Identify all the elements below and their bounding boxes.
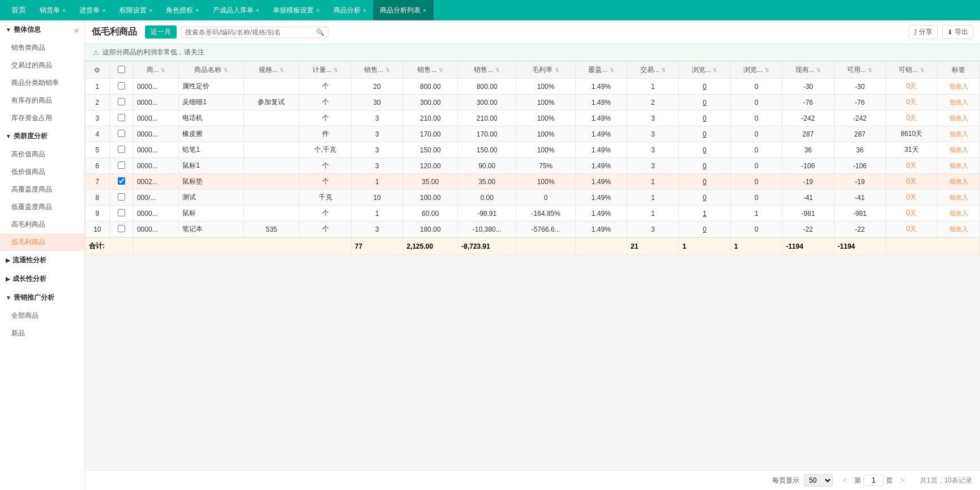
col-view1[interactable]: 浏览... ⇅ — [679, 62, 730, 79]
row-select-checkbox[interactable] — [118, 209, 125, 216]
view1-link[interactable]: 0 — [703, 146, 707, 154]
sidebar-group-flow-title[interactable]: ▶ 流通性分析 — [0, 251, 84, 270]
col-tag[interactable]: 标签 — [938, 62, 980, 79]
sidebar-item-high-coverage[interactable]: 高覆盖度商品 — [0, 181, 84, 198]
sidebar-item-category-rate[interactable]: 商品分类助销率 — [0, 74, 84, 92]
row-checkbox[interactable] — [109, 110, 133, 126]
col-unit[interactable]: 计量... ⇅ — [299, 62, 351, 79]
row-checkbox[interactable] — [109, 95, 133, 110]
nav-close-template[interactable]: × — [316, 7, 319, 14]
nav-template[interactable]: 单据模板设置× — [266, 0, 326, 20]
select-all-checkbox[interactable] — [118, 66, 125, 73]
page-size-select[interactable]: 50 100 — [804, 474, 833, 487]
sidebar-item-sale-goods[interactable]: 销售类商品 — [0, 39, 84, 57]
row-view1[interactable]: 0 — [679, 79, 730, 95]
view1-link[interactable]: 0 — [703, 162, 707, 170]
col-available-stock[interactable]: 可用... ⇅ — [834, 62, 885, 79]
nav-sale[interactable]: 销货单× — [33, 0, 72, 20]
nav-close-product-in[interactable]: × — [256, 7, 259, 14]
view1-link[interactable]: 0 — [703, 83, 707, 91]
search-icon[interactable]: 🔍 — [316, 28, 324, 36]
sidebar-group-cluster-title[interactable]: ▼ 类群度分析 — [0, 127, 84, 146]
view1-link[interactable]: 0 — [703, 178, 707, 186]
nav-close-purchase[interactable]: × — [102, 7, 105, 14]
sidebar-item-stocked-goods[interactable]: 有库存的商品 — [0, 92, 84, 109]
col-coverage[interactable]: 覆盖... ⇅ — [575, 62, 627, 79]
row-select-checkbox[interactable] — [118, 193, 125, 201]
row-select-checkbox[interactable] — [118, 225, 125, 232]
sidebar-item-traded-goods[interactable]: 交易过的商品 — [0, 57, 84, 74]
row-checkbox[interactable] — [109, 190, 133, 206]
row-view1[interactable]: 0 — [679, 221, 730, 238]
col-code[interactable]: 商... ⇅ — [133, 62, 179, 79]
col-profit-rate[interactable]: 毛利率 ⇅ — [516, 62, 575, 79]
sidebar-group-overall-title[interactable]: ▼ 整体信息 « — [0, 20, 84, 39]
row-checkbox[interactable] — [109, 206, 133, 221]
sidebar-group-marketing-title[interactable]: ▼ 营销推广分析 — [0, 288, 84, 307]
col-sale-profit[interactable]: 销售... ⇅ — [458, 62, 516, 79]
prev-page-button[interactable]: ＜ — [837, 474, 852, 487]
search-input[interactable] — [185, 28, 316, 36]
nav-permission[interactable]: 权限设置× — [113, 0, 159, 20]
sidebar-group-growth-title[interactable]: ▶ 成长性分析 — [0, 270, 84, 288]
nav-close-sale[interactable]: × — [62, 7, 66, 14]
nav-goods-analysis[interactable]: 商品分析× — [327, 0, 373, 20]
row-checkbox[interactable] — [109, 126, 133, 142]
nav-product-in[interactable]: 产成品入库单× — [206, 0, 266, 20]
sidebar-item-high-profit[interactable]: 高毛利商品 — [0, 216, 84, 233]
row-select-checkbox[interactable] — [118, 177, 125, 185]
sidebar-collapse-icon[interactable]: « — [74, 25, 79, 35]
row-checkbox[interactable] — [109, 79, 133, 95]
sidebar-item-low-coverage[interactable]: 低覆盖度商品 — [0, 198, 84, 216]
row-select-checkbox[interactable] — [118, 98, 125, 105]
col-saleable-days[interactable]: 可销... ⇅ — [885, 62, 937, 79]
row-view1[interactable]: 0 — [679, 190, 730, 206]
col-checkbox[interactable] — [109, 62, 133, 79]
row-select-checkbox[interactable] — [118, 82, 125, 90]
row-view1[interactable]: 1 — [679, 206, 730, 221]
nav-home[interactable]: 首页 — [5, 0, 33, 20]
col-name[interactable]: 商品名称 ⇅ — [179, 62, 243, 79]
row-select-checkbox[interactable] — [118, 161, 125, 169]
row-view1[interactable]: 0 — [679, 142, 730, 158]
col-trade[interactable]: 交易... ⇅ — [627, 62, 679, 79]
nav-close-goods-analysis-list[interactable]: × — [423, 7, 426, 14]
view1-link[interactable]: 0 — [703, 130, 707, 138]
row-view1[interactable]: 0 — [679, 158, 730, 174]
row-checkbox[interactable] — [109, 158, 133, 174]
col-spec[interactable]: 规格... ⇅ — [243, 62, 299, 79]
nav-close-goods-analysis[interactable]: × — [363, 7, 366, 14]
row-view1[interactable]: 0 — [679, 174, 730, 190]
row-select-checkbox[interactable] — [118, 130, 125, 137]
view1-link[interactable]: 0 — [703, 114, 707, 122]
col-sale-amount[interactable]: 销售... ⇅ — [403, 62, 458, 79]
sidebar-item-high-value[interactable]: 高价值商品 — [0, 146, 84, 163]
sidebar-item-stock-capital[interactable]: 库存资金占用 — [0, 109, 84, 127]
export-button[interactable]: ⬇ 导出 — [942, 25, 973, 39]
row-checkbox[interactable] — [109, 142, 133, 158]
row-checkbox[interactable] — [109, 174, 133, 190]
date-filter-button[interactable]: 近一月 — [145, 25, 177, 39]
settings-icon[interactable]: ⚙ — [94, 66, 100, 74]
col-current-stock[interactable]: 现有... ⇅ — [782, 62, 834, 79]
nav-role[interactable]: 角色授权× — [159, 0, 206, 20]
row-select-checkbox[interactable] — [118, 114, 125, 121]
col-view2[interactable]: 浏览... ⇅ — [730, 62, 782, 79]
sidebar-item-all-goods[interactable]: 全部商品 — [0, 307, 84, 325]
nav-close-role[interactable]: × — [195, 7, 199, 14]
nav-goods-analysis-list[interactable]: 商品分析列表× — [373, 0, 433, 20]
share-button[interactable]: ⤴ 分享 — [909, 25, 938, 39]
nav-purchase[interactable]: 进货单× — [72, 0, 112, 20]
page-input[interactable] — [863, 475, 884, 486]
sidebar-item-low-value[interactable]: 低价值商品 — [0, 163, 84, 181]
col-settings[interactable]: ⚙ — [85, 62, 110, 79]
row-select-checkbox[interactable] — [118, 146, 125, 153]
next-page-button[interactable]: ＞ — [895, 474, 910, 487]
row-view1[interactable]: 0 — [679, 110, 730, 126]
row-view1[interactable]: 0 — [679, 95, 730, 110]
view1-link[interactable]: 0 — [703, 99, 707, 106]
view1-link[interactable]: 0 — [703, 225, 707, 233]
sidebar-item-low-profit[interactable]: 低毛利商品 — [0, 233, 84, 251]
row-view1[interactable]: 0 — [679, 126, 730, 142]
view1-link[interactable]: 0 — [703, 194, 707, 202]
